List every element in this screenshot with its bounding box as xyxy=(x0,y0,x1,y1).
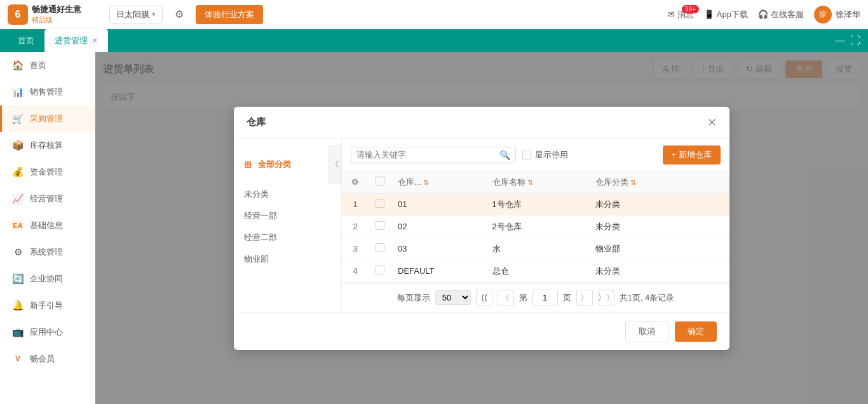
grid-icon: ⊞ xyxy=(244,159,252,170)
row3-name: 水 xyxy=(486,238,589,260)
sidebar-item-operation[interactable]: 📈 经营管理 xyxy=(0,185,95,212)
modal-table: ⚙ 仓库... ⇅ 仓库名称 ⇅ xyxy=(342,172,729,283)
nav-maximize-button[interactable]: ⛶ xyxy=(850,35,860,46)
sidebar-item-basic[interactable]: EA 基础信息 xyxy=(0,212,95,239)
header-right: ✉ 消息 99+ 📱 App下载 🎧 在线客服 徐 徐泽华 xyxy=(668,6,860,24)
table-row: 2 02 2号仓库 未分类 xyxy=(342,215,729,238)
row4-name: 总仓 xyxy=(486,260,589,282)
row1-settings[interactable]: 1 xyxy=(342,193,369,215)
sidebar-item-vip[interactable]: V 畅会员 xyxy=(0,346,95,372)
sidebar-item-purchase[interactable]: 🛒 采购管理 xyxy=(0,105,95,132)
logo-area: 6 畅捷通好生意 精品版 xyxy=(8,4,103,25)
nav-right-controls: — ⛶ xyxy=(835,35,860,46)
operation-icon: 📈 xyxy=(12,193,24,205)
logo-text: 畅捷通好生意 精品版 xyxy=(32,4,81,25)
sidebar-item-finance[interactable]: 💰 资金管理 xyxy=(0,159,95,185)
modal-category-dept1[interactable]: 经营一部 xyxy=(234,205,341,227)
row3-actions xyxy=(692,238,729,260)
message-button[interactable]: ✉ 消息 99+ xyxy=(668,9,694,20)
row3-check[interactable] xyxy=(369,238,391,260)
sidebar-item-system-label: 系统管理 xyxy=(30,246,63,258)
sidebar-item-finance-label: 资金管理 xyxy=(30,166,63,178)
top-header: 6 畅捷通好生意 精品版 日太阳膜 ▾ ⚙ 体验行业方案 ✉ 消息 99+ 📱 … xyxy=(0,0,868,29)
app-download-label: App下载 xyxy=(717,9,748,20)
modal-category-unclassified[interactable]: 未分类 xyxy=(234,184,341,205)
sidebar-item-home-label: 首页 xyxy=(30,60,46,71)
row4-check[interactable] xyxy=(369,260,391,282)
sidebar-item-app-center[interactable]: 📺 应用中心 xyxy=(0,319,95,346)
page-number-input[interactable] xyxy=(532,290,558,306)
main-layout: 🏠 首页 📊 销售管理 🛒 采购管理 📦 库存核算 💰 资金管理 📈 经营管理 … xyxy=(0,52,868,404)
th-name-sort-icon: ⇅ xyxy=(527,178,533,186)
sidebar-item-enterprise[interactable]: 🔄 企业协同 xyxy=(0,266,95,292)
prev-page-button[interactable]: 〈 xyxy=(498,290,514,306)
headset-icon: 🎧 xyxy=(758,10,768,19)
sidebar-item-inventory-label: 库存核算 xyxy=(30,140,63,151)
sidebar-item-home[interactable]: 🏠 首页 xyxy=(0,52,95,79)
branch-arrow: ▾ xyxy=(152,10,156,18)
sidebar-item-inventory[interactable]: 📦 库存核算 xyxy=(0,132,95,159)
sidebar-item-operation-label: 经营管理 xyxy=(30,193,63,205)
row2-check[interactable] xyxy=(369,215,391,238)
modal-title: 仓库 xyxy=(247,116,266,128)
cancel-button[interactable]: 取消 xyxy=(625,321,668,342)
online-service-label: 在线客服 xyxy=(771,9,804,20)
show-disabled-checkbox[interactable] xyxy=(522,151,531,159)
modal-category-property-label: 物业部 xyxy=(244,253,269,265)
sidebar-item-guide[interactable]: 🔔 新手引导 xyxy=(0,292,95,319)
modal-category-dept2-label: 经营二部 xyxy=(244,232,277,243)
modal-category-dept2[interactable]: 经营二部 xyxy=(234,227,341,248)
row3-settings: 3 xyxy=(342,238,369,260)
tab-home-label: 首页 xyxy=(18,35,34,46)
select-all-checkbox[interactable] xyxy=(376,177,384,185)
nav-minimize-button[interactable]: — xyxy=(835,35,845,46)
modal-main: 🔍 显示停用 + 新增仓库 xyxy=(342,139,729,313)
sidebar-item-app-center-label: 应用中心 xyxy=(30,327,63,338)
first-page-button[interactable]: ⟨⟨ xyxy=(476,290,492,306)
modal-category-property[interactable]: 物业部 xyxy=(234,248,341,270)
th-category-label: 仓库分类 xyxy=(595,177,628,187)
modal-category-all[interactable]: ⊞ 全部分类 xyxy=(234,154,329,175)
confirm-button[interactable]: 确定 xyxy=(675,321,717,342)
tab-purchase-close[interactable]: ✕ xyxy=(92,36,98,45)
search-input-wrap[interactable]: 🔍 xyxy=(351,147,516,163)
home-icon: 🏠 xyxy=(12,60,24,71)
sidebar-item-vip-label: 畅会员 xyxy=(30,353,55,365)
page-size-select[interactable]: 50 10 20 100 xyxy=(435,290,471,305)
sidebar-item-system[interactable]: ⚙ 系统管理 xyxy=(0,239,95,266)
add-warehouse-button[interactable]: + 新增仓库 xyxy=(663,145,721,165)
app-center-icon: 📺 xyxy=(12,327,24,338)
row4-settings: 4 xyxy=(342,260,369,282)
next-page-button[interactable]: 〉 xyxy=(576,290,593,306)
tab-purchase-label: 进货管理 xyxy=(55,35,88,46)
tab-purchase[interactable]: 进货管理 ✕ xyxy=(44,29,108,52)
row1-code: 01 xyxy=(391,193,486,215)
modal-body: ⊞ 全部分类 《 未分类 经营一部 xyxy=(234,139,729,313)
th-actions xyxy=(692,172,729,194)
sidebar-item-sales[interactable]: 📊 销售管理 xyxy=(0,79,95,105)
second-nav: 首页 进货管理 ✕ — ⛶ xyxy=(0,29,868,52)
row1-category: 未分类 xyxy=(589,193,692,215)
modal-toolbar: 🔍 显示停用 + 新增仓库 xyxy=(342,139,729,172)
online-service-button[interactable]: 🎧 在线客服 xyxy=(758,9,804,20)
last-page-button[interactable]: 〉〉 xyxy=(598,290,614,306)
search-input[interactable] xyxy=(356,150,497,159)
user-info[interactable]: 徐 徐泽华 xyxy=(814,6,860,24)
tab-home[interactable]: 首页 xyxy=(8,29,44,52)
system-icon: ⚙ xyxy=(12,246,24,258)
modal-sidebar-header: ⊞ 全部分类 《 xyxy=(234,145,341,184)
modal-sidebar-collapse-button[interactable]: 《 xyxy=(329,145,341,184)
th-name: 仓库名称 ⇅ xyxy=(486,172,589,194)
trial-button[interactable]: 体验行业方案 xyxy=(196,5,263,24)
user-name: 徐泽华 xyxy=(836,9,860,20)
total-info: 共1页, 4条记录 xyxy=(620,292,675,304)
th-settings: ⚙ xyxy=(342,172,369,194)
app-download-button[interactable]: 📱 App下载 xyxy=(704,9,748,20)
logo-icon: 6 xyxy=(8,4,28,25)
row1-check[interactable] xyxy=(369,193,391,215)
branch-selector[interactable]: 日太阳膜 ▾ xyxy=(109,6,163,24)
sidebar-item-basic-label: 基础信息 xyxy=(30,220,63,231)
settings-button[interactable]: ⚙ xyxy=(169,4,189,25)
th-check xyxy=(369,172,391,194)
modal-close-button[interactable]: ✕ xyxy=(707,116,717,130)
